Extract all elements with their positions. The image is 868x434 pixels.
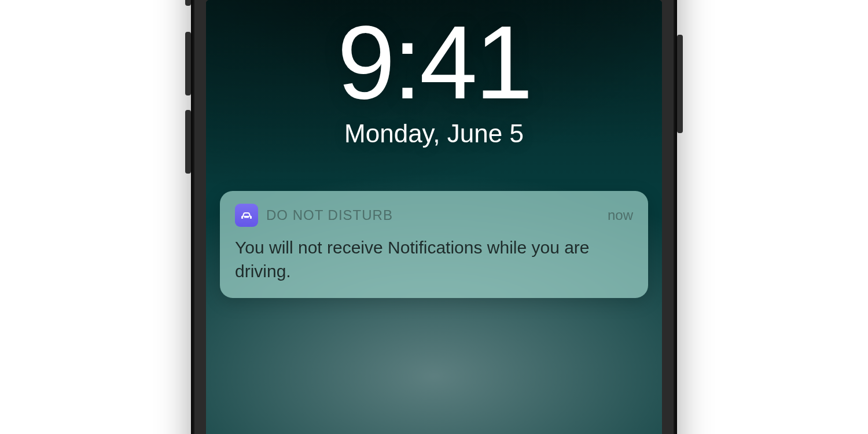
notification-app-name: DO NOT DISTURB (266, 207, 393, 223)
lockscreen-clock: 9:41 (206, 10, 662, 115)
mute-switch[interactable] (185, 0, 191, 6)
power-button[interactable] (677, 35, 683, 133)
phone-screen: 9:41 Monday, June 5 DO NOT DISTURB now Y… (206, 0, 662, 434)
volume-down-button[interactable] (185, 110, 191, 174)
car-icon (235, 204, 258, 227)
lockscreen: 9:41 Monday, June 5 DO NOT DISTURB now Y… (206, 0, 662, 434)
image-stage: 9:41 Monday, June 5 DO NOT DISTURB now Y… (0, 0, 868, 434)
notification-timestamp: now (608, 207, 633, 223)
notification-card[interactable]: DO NOT DISTURB now You will not receive … (220, 191, 648, 298)
iphone-device-frame: 9:41 Monday, June 5 DO NOT DISTURB now Y… (191, 0, 677, 434)
lockscreen-date: Monday, June 5 (206, 119, 662, 148)
volume-up-button[interactable] (185, 32, 191, 95)
notification-message: You will not receive Notifications while… (235, 236, 633, 283)
notification-header: DO NOT DISTURB now (235, 204, 633, 227)
